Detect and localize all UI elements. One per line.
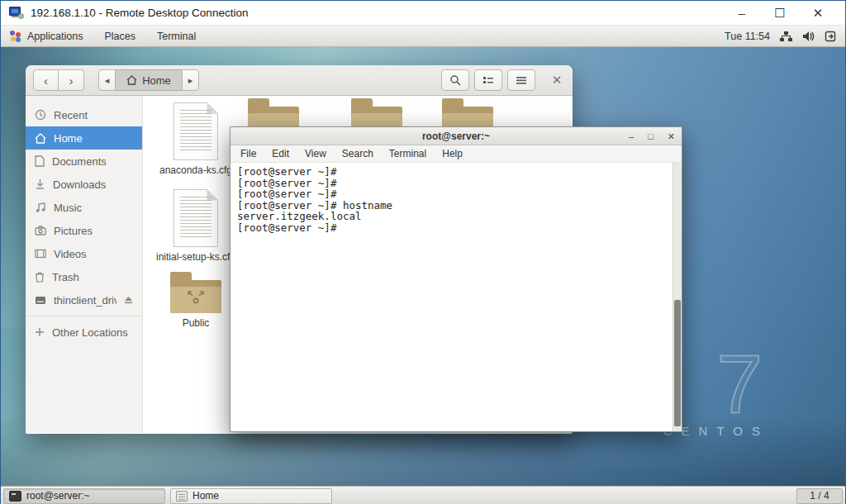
camera-icon bbox=[35, 226, 46, 235]
forward-button[interactable]: › bbox=[59, 69, 84, 91]
terminal-menu-view[interactable]: View bbox=[305, 148, 326, 159]
path-home-button[interactable]: Home bbox=[116, 69, 182, 91]
sidebar-item-pictures[interactable]: Pictures bbox=[26, 219, 142, 242]
path-right-chevron[interactable]: ▸ bbox=[182, 69, 199, 91]
minimize-button[interactable]: – bbox=[723, 1, 761, 25]
sidebar-item-videos[interactable]: Videos bbox=[26, 242, 142, 265]
download-icon bbox=[35, 178, 45, 190]
terminal-menu-file[interactable]: File bbox=[240, 148, 256, 159]
applications-menu[interactable]: Applications bbox=[9, 30, 83, 42]
rdp-window: 192.168.1.10 - Remote Desktop Connection… bbox=[0, 0, 846, 504]
terminal-scrollbar[interactable] bbox=[673, 163, 682, 431]
terminal-menu-edit[interactable]: Edit bbox=[272, 148, 289, 159]
text-file-icon bbox=[173, 189, 218, 247]
sidebar-item-downloads[interactable]: Downloads bbox=[26, 173, 142, 196]
network-icon[interactable] bbox=[780, 31, 792, 42]
back-button[interactable]: ‹ bbox=[33, 69, 59, 91]
drive-icon bbox=[35, 296, 46, 305]
hamburger-icon bbox=[516, 75, 527, 85]
home-icon bbox=[35, 133, 46, 144]
applications-icon bbox=[9, 30, 21, 42]
path-left-chevron[interactable]: ◂ bbox=[98, 69, 116, 91]
terminal-maximize-button[interactable]: □ bbox=[648, 127, 654, 145]
file-anaconda-ks[interactable]: anaconda-ks.cfg bbox=[153, 102, 239, 176]
sidebar-item-trash[interactable]: Trash bbox=[26, 265, 142, 288]
terminal-line: [root@server ~]# bbox=[237, 166, 670, 178]
view-list-button[interactable] bbox=[474, 69, 502, 91]
places-menu[interactable]: Places bbox=[104, 31, 135, 42]
clock-icon bbox=[35, 109, 46, 121]
terminal-line: [root@server ~]# bbox=[237, 222, 670, 234]
terminal-menu-help[interactable]: Help bbox=[442, 148, 463, 159]
clock[interactable]: Tue 11:54 bbox=[725, 31, 770, 42]
rdp-titlebar: 192.168.1.10 - Remote Desktop Connection… bbox=[1, 1, 845, 26]
desktop: 7 CENTOS ‹ › ◂ Home ▸ bbox=[1, 47, 845, 486]
terminal-menu-search[interactable]: Search bbox=[342, 148, 373, 159]
plus-icon bbox=[35, 327, 45, 337]
close-button[interactable]: ✕ bbox=[799, 1, 837, 25]
terminal-line: [root@server ~]# bbox=[237, 188, 670, 200]
sidebar-item-music[interactable]: Music bbox=[26, 196, 142, 219]
terminal-window: root@server:~ – □ ✕ File Edit View Searc… bbox=[230, 126, 682, 432]
rdp-connection-icon bbox=[9, 7, 24, 19]
terminal-output[interactable]: [root@server ~]# [root@server ~]# [root@… bbox=[231, 163, 682, 431]
gnome-topbar: Applications Places Terminal Tue 11:54 bbox=[1, 26, 845, 47]
home-icon bbox=[126, 75, 137, 85]
workspace-pager[interactable]: 1 / 4 bbox=[796, 488, 843, 504]
search-button[interactable] bbox=[441, 69, 469, 91]
rdp-title: 192.168.1.10 - Remote Desktop Connection bbox=[31, 7, 248, 19]
terminal-menu[interactable]: Terminal bbox=[157, 31, 196, 42]
terminal-menubar: File Edit View Search Terminal Help bbox=[231, 145, 682, 163]
document-icon bbox=[35, 155, 45, 167]
window-list-taskbar: root@server:~ Home 1 / 4 bbox=[1, 486, 845, 504]
files-close-button[interactable]: ✕ bbox=[549, 73, 565, 88]
files-app-icon bbox=[176, 491, 188, 502]
terminal-menu-terminal[interactable]: Terminal bbox=[389, 148, 426, 159]
sidebar-separator bbox=[26, 316, 142, 316]
terminal-app-icon bbox=[9, 491, 21, 502]
taskbar-button-home[interactable]: Home bbox=[170, 488, 332, 504]
terminal-close-button[interactable]: ✕ bbox=[668, 127, 675, 145]
menu-button[interactable] bbox=[507, 69, 535, 91]
terminal-title: root@server:~ bbox=[422, 131, 490, 142]
maximize-button[interactable]: ☐ bbox=[761, 1, 799, 25]
music-icon bbox=[35, 202, 46, 213]
sidebar-item-documents[interactable]: Documents bbox=[26, 150, 142, 173]
power-menu-icon[interactable] bbox=[825, 31, 837, 42]
terminal-titlebar[interactable]: root@server:~ – □ ✕ bbox=[231, 127, 682, 145]
sidebar-item-recent[interactable]: Recent bbox=[26, 103, 142, 126]
path-bar: ◂ Home ▸ bbox=[98, 69, 199, 91]
folder-public[interactable]: Public bbox=[153, 272, 239, 329]
terminal-line: [root@server ~]# bbox=[237, 178, 670, 189]
terminal-line: [root@server ~]# hostname bbox=[237, 200, 670, 212]
sidebar-item-home[interactable]: Home bbox=[26, 126, 142, 150]
share-emblem-icon bbox=[185, 288, 207, 310]
shared-folder-icon bbox=[170, 272, 221, 313]
files-header: ‹ › ◂ Home ▸ bbox=[26, 65, 573, 96]
video-icon bbox=[35, 249, 46, 259]
file-initial-setup-ks[interactable]: initial-setup-ks.cfg bbox=[153, 189, 239, 263]
terminal-minimize-button[interactable]: – bbox=[629, 127, 634, 145]
files-sidebar: Recent Home Documents Downloads bbox=[26, 96, 143, 433]
taskbar-button-terminal[interactable]: root@server:~ bbox=[3, 488, 165, 504]
search-icon bbox=[449, 74, 461, 86]
scrollbar-thumb[interactable] bbox=[674, 300, 681, 426]
terminal-line: server.itzgeek.local bbox=[237, 211, 670, 222]
volume-icon[interactable] bbox=[802, 31, 815, 42]
list-view-icon bbox=[482, 75, 494, 85]
eject-icon[interactable] bbox=[124, 294, 133, 307]
sidebar-item-thinclient-drives[interactable]: thinclient_drives bbox=[26, 288, 142, 311]
sidebar-item-other-locations[interactable]: Other Locations bbox=[26, 321, 142, 344]
text-file-icon bbox=[173, 102, 218, 160]
trash-icon bbox=[35, 271, 45, 283]
